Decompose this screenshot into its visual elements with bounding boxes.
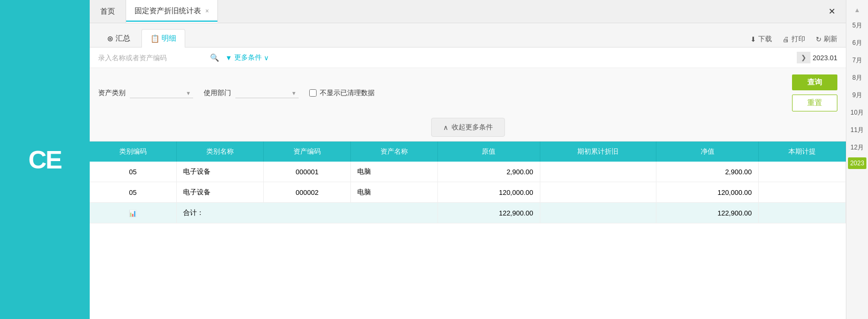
summary-current <box>758 203 845 223</box>
refresh-icon: ↻ <box>816 35 822 43</box>
chevron-down-icon: ∨ <box>264 54 269 62</box>
cell-net-value: 2,900.00 <box>656 162 758 182</box>
month-6[interactable]: 6月 <box>850 35 864 51</box>
cell-net-value: 120,000.00 <box>656 182 758 203</box>
detail-icon: 📋 <box>150 34 159 43</box>
col-net-value: 净值 <box>656 142 758 162</box>
cell-current <box>758 182 845 203</box>
right-panel: ▲ 5月 6月 7月 8月 9月 10月 11月 12月 2023 <box>846 0 868 319</box>
tab-home[interactable]: 首页 <box>90 0 126 23</box>
cell-asset-code: 000002 <box>263 182 350 203</box>
cell-cat-name: 电子设备 <box>176 162 263 182</box>
month-7[interactable]: 7月 <box>850 53 864 68</box>
summary-label: 合计： <box>176 203 438 223</box>
col-accumulated-depreciation: 期初累计折旧 <box>540 142 656 162</box>
print-icon: 🖨 <box>783 35 789 43</box>
data-table-container: 类别编码 类别名称 资产编码 资产名称 原值 期初累计折旧 净值 本期计提 05… <box>90 142 846 319</box>
cell-acc-dep <box>540 182 656 203</box>
cell-asset-name: 电脑 <box>351 182 438 203</box>
cell-cat-code: 05 <box>90 162 176 182</box>
department-field: 使用部门 ▼ <box>204 88 299 98</box>
cell-asset-code: 000001 <box>263 162 350 182</box>
summary-icon: 📊 <box>129 210 137 217</box>
month-9[interactable]: 9月 <box>850 88 864 103</box>
query-button[interactable]: 查询 <box>792 74 837 90</box>
hide-cleared-field: 不显示已清理数据 <box>309 88 375 98</box>
hide-cleared-checkbox[interactable] <box>309 89 317 97</box>
tab-summary[interactable]: ⊛ 汇总 <box>98 29 139 48</box>
tab-close-icon[interactable]: × <box>205 7 209 15</box>
summary-acc-dep <box>540 203 656 223</box>
asset-category-label: 资产类别 <box>98 88 126 98</box>
month-8[interactable]: 8月 <box>850 70 864 86</box>
filter-icon: ▼ <box>225 54 232 62</box>
search-bar: 🔍 ▼ 更多条件 ∨ ❯ 2023.01 <box>90 48 846 68</box>
query-btn-group: 查询 重置 <box>792 74 837 111</box>
tab-bar: 首页 固定资产折旧统计表 × ✕ <box>90 0 846 23</box>
summary-original-value: 122,900.00 <box>438 203 540 223</box>
scroll-up-button[interactable]: ▲ <box>852 4 863 16</box>
year-current[interactable]: 2023 <box>848 157 866 169</box>
col-current-period: 本期计提 <box>758 142 845 162</box>
month-10[interactable]: 10月 <box>848 105 866 120</box>
collapse-filters-button[interactable]: ∧ 收起更多条件 <box>431 118 505 137</box>
cell-original-value: 120,000.00 <box>438 182 540 203</box>
search-input[interactable] <box>98 54 204 62</box>
summary-icon: ⊛ <box>107 34 113 43</box>
refresh-button[interactable]: ↻ 刷新 <box>816 34 837 44</box>
cell-asset-name: 电脑 <box>351 162 438 182</box>
col-asset-name: 资产名称 <box>351 142 438 162</box>
tab-detail[interactable]: 📋 明细 <box>141 29 185 48</box>
cell-original-value: 2,900.00 <box>438 162 540 182</box>
col-asset-code: 资产编码 <box>263 142 350 162</box>
logo-text: CE <box>28 145 62 174</box>
toolbar-actions: ⬇ 下载 🖨 打印 ↻ 刷新 <box>750 34 837 47</box>
date-display: 2023.01 <box>813 54 837 62</box>
month-12[interactable]: 12月 <box>848 140 866 155</box>
search-icon[interactable]: 🔍 <box>210 53 219 62</box>
month-5[interactable]: 5月 <box>850 18 864 33</box>
reset-button[interactable]: 重置 <box>792 95 837 111</box>
asset-category-select[interactable] <box>130 88 193 98</box>
col-category-code: 类别编码 <box>90 142 176 162</box>
month-11[interactable]: 11月 <box>848 123 866 138</box>
table-header-row: 类别编码 类别名称 资产编码 资产名称 原值 期初累计折旧 净值 本期计提 <box>90 142 846 162</box>
logo: CE <box>0 0 90 319</box>
table-row: 05 电子设备 000001 电脑 2,900.00 2,900.00 <box>90 162 846 182</box>
download-button[interactable]: ⬇ 下载 <box>750 34 772 44</box>
filter-panel: 资产类别 ▼ 使用部门 ▼ 不显示已清理数 <box>90 68 846 142</box>
more-filters-button[interactable]: ▼ 更多条件 ∨ <box>225 53 269 62</box>
summary-net-value: 122,900.00 <box>656 203 758 223</box>
sub-tab-bar: ⊛ 汇总 📋 明细 ⬇ 下载 🖨 打印 ↻ 刷新 <box>90 23 846 48</box>
asset-category-field: 资产类别 ▼ <box>98 88 193 98</box>
cell-acc-dep <box>540 162 656 182</box>
cell-cat-name: 电子设备 <box>176 182 263 203</box>
chevron-up-icon: ∧ <box>443 124 449 132</box>
filter-row: 资产类别 ▼ 使用部门 ▼ 不显示已清理数 <box>98 74 837 111</box>
table-row: 05 电子设备 000002 电脑 120,000.00 120,000.00 <box>90 182 846 203</box>
data-table: 类别编码 类别名称 资产编码 资产名称 原值 期初累计折旧 净值 本期计提 05… <box>90 142 846 223</box>
download-icon: ⬇ <box>750 35 756 43</box>
department-label: 使用部门 <box>204 88 231 98</box>
col-category-name: 类别名称 <box>176 142 263 162</box>
tab-active[interactable]: 固定资产折旧统计表 × <box>126 0 218 23</box>
table-summary-row: 📊 合计： 122,900.00 122,900.00 <box>90 203 846 223</box>
window-close-button[interactable]: ✕ <box>818 6 846 16</box>
col-original-value: 原值 <box>438 142 540 162</box>
summary-icon-cell: 📊 <box>90 203 176 223</box>
hide-cleared-label: 不显示已清理数据 <box>320 88 375 98</box>
date-prev-button[interactable]: ❯ <box>797 52 810 63</box>
print-button[interactable]: 🖨 打印 <box>783 34 805 44</box>
cell-current <box>758 162 845 182</box>
cell-cat-code: 05 <box>90 182 176 203</box>
department-select[interactable] <box>235 88 299 98</box>
